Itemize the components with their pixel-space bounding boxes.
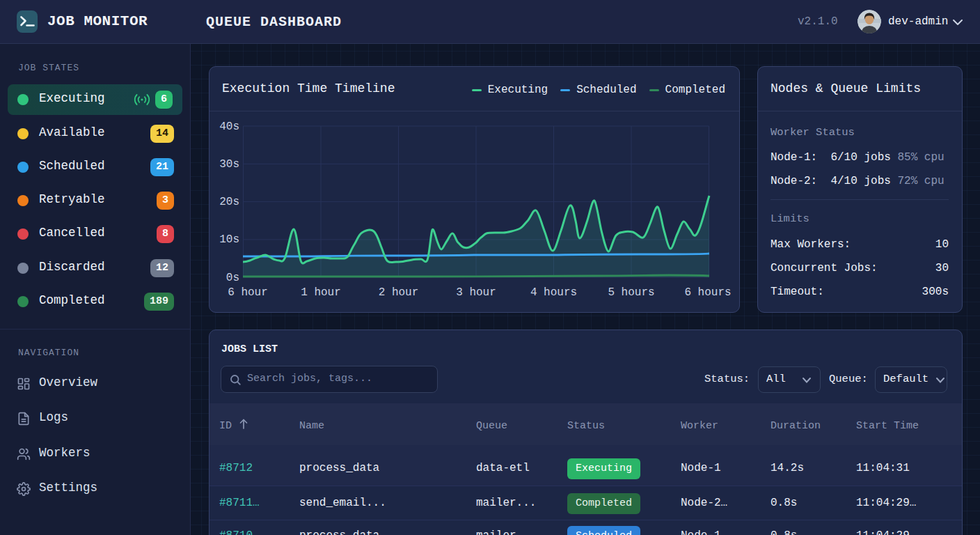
svg-text:3 hour: 3 hour	[456, 286, 496, 299]
svg-text:20s: 20s	[219, 196, 239, 208]
svg-text:4 hours: 4 hours	[530, 286, 577, 299]
svg-text:30s: 30s	[219, 158, 239, 171]
svg-text:2 hour: 2 hour	[379, 286, 419, 299]
svg-text:6 hour: 6 hour	[228, 286, 268, 299]
svg-text:5 hours: 5 hours	[608, 286, 654, 299]
svg-text:1 hour: 1 hour	[301, 286, 341, 299]
svg-text:40s: 40s	[219, 121, 239, 133]
svg-text:10s: 10s	[219, 233, 239, 246]
svg-text:0s: 0s	[226, 272, 239, 284]
svg-text:6 hours: 6 hours	[684, 286, 731, 299]
